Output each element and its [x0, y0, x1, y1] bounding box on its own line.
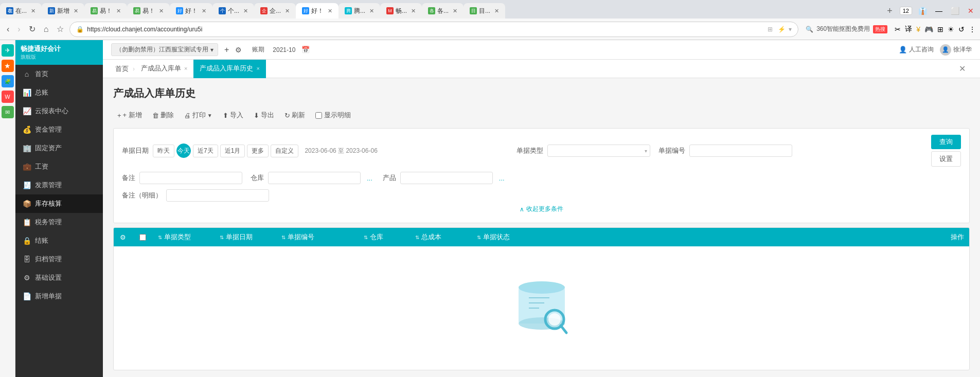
th-num[interactable]: ⇅ 单据编号 — [276, 232, 359, 242]
sidebar-item-tax[interactable]: 📋 税务管理 — [15, 213, 103, 231]
tab-2-close[interactable]: ✕ — [74, 8, 78, 14]
num-input[interactable] — [689, 145, 792, 157]
tab-count[interactable]: 12 — [900, 7, 912, 15]
gamepad-icon[interactable]: 🎮 — [924, 25, 933, 33]
tab-2[interactable]: 新 新增 ✕ — [42, 3, 84, 19]
tab-4-close[interactable]: ✕ — [159, 8, 164, 14]
tab-11-close[interactable]: ✕ — [453, 8, 457, 14]
note-detail-input[interactable] — [166, 189, 269, 202]
date-btn-yesterday[interactable]: 昨天 — [153, 145, 174, 157]
date-btn-today[interactable]: 今天 — [176, 143, 191, 158]
tab-12[interactable]: 目 目... ✕ — [464, 3, 505, 19]
select-all-checkbox[interactable] — [139, 234, 146, 241]
sidebar-item-ledger[interactable]: 📊 总账 — [15, 83, 103, 102]
translate-icon[interactable]: 译 — [905, 25, 912, 34]
tab-8-close[interactable]: ✕ — [328, 8, 332, 14]
th-date[interactable]: ⇅ 单据日期 — [215, 232, 276, 242]
undo-icon[interactable]: ↺ — [958, 25, 965, 33]
company-selector[interactable]: （勿删勿禁用）江西服宝测试专用 ▾ — [111, 43, 218, 56]
th-check[interactable] — [132, 234, 153, 241]
display-cols-checkbox[interactable] — [315, 112, 322, 119]
panel-close-btn[interactable]: ✕ — [953, 64, 972, 74]
sidebar-item-home[interactable]: ⌂ 首页 — [15, 65, 103, 83]
scissors-icon[interactable]: ✂ — [895, 25, 901, 33]
rail-icon-5[interactable]: ✉ — [2, 106, 14, 118]
refresh-btn-toolbar[interactable]: ↻ 刷新 — [280, 109, 309, 122]
window-minimize-btn[interactable]: — — [933, 7, 945, 15]
tab-product-list[interactable]: 产成品入库单 × — [135, 60, 193, 78]
url-dropdown-icon[interactable]: ▾ — [789, 26, 792, 33]
rail-icon-1[interactable]: ✈ — [2, 44, 14, 57]
import-btn[interactable]: ⬆ 导入 — [219, 109, 247, 122]
tab-9[interactable]: 腾 腾... ✕ — [338, 3, 380, 19]
th-cost[interactable]: ⇅ 总成本 — [410, 232, 472, 242]
tab-6[interactable]: 个 个... ✕ — [212, 3, 254, 19]
th-warehouse[interactable]: ⇅ 仓库 — [359, 232, 410, 242]
window-maximize-btn[interactable]: ⬜ — [949, 7, 961, 15]
bookmark-btn[interactable]: ☆ — [54, 23, 66, 35]
refresh-btn[interactable]: ↻ — [26, 23, 38, 35]
th-settings[interactable]: ⚙ — [114, 234, 132, 241]
forward-btn[interactable]: › — [15, 24, 23, 35]
rail-icon-4[interactable]: W — [2, 91, 14, 103]
url-box[interactable]: 🔒 https://cloud.chanjet.com/accounting/u… — [69, 22, 798, 37]
window-shirt-icon[interactable]: 👔 — [916, 7, 929, 15]
sidebar-item-archive[interactable]: 🗄 归档管理 — [15, 250, 103, 268]
sidebar-item-salary[interactable]: 💼 工资 — [15, 157, 103, 176]
tab-3-close[interactable]: ✕ — [116, 8, 121, 14]
sidebar-item-funds[interactable]: 💰 资金管理 — [15, 120, 103, 139]
tab-product-list-close[interactable]: × — [184, 65, 187, 71]
sidebar-item-invoice[interactable]: 🧾 发票管理 — [15, 176, 103, 194]
tab-product-history[interactable]: 产成品入库单历史 × — [193, 60, 265, 78]
window-close-btn[interactable]: ✕ — [966, 7, 976, 15]
search-btn[interactable]: 查询 — [931, 135, 961, 149]
note-input[interactable] — [139, 172, 242, 184]
sidebar-item-settings[interactable]: ⚙ 基础设置 — [15, 268, 103, 287]
tab-6-close[interactable]: ✕ — [243, 8, 248, 14]
rail-icon-2[interactable]: ★ — [2, 60, 14, 72]
tab-10-close[interactable]: ✕ — [411, 8, 416, 14]
sidebar-item-newbill[interactable]: 📄 新增单据 — [15, 287, 103, 306]
tab-3[interactable]: 易 易！ ✕ — [84, 3, 127, 19]
tab-new-btn[interactable]: + — [884, 6, 896, 16]
export-btn[interactable]: ⬇ 导出 — [250, 109, 278, 122]
user-avatar-btn[interactable]: 👤 徐泽华 — [940, 44, 972, 56]
add-btn[interactable]: + + 新增 — [113, 109, 146, 122]
date-btn-1month[interactable]: 近1月 — [220, 145, 245, 157]
th-type[interactable]: ⇅ 单据类型 — [153, 232, 215, 242]
tab-7-close[interactable]: ✕ — [285, 8, 290, 14]
grid2-icon[interactable]: ⊞ — [937, 25, 943, 33]
back-btn[interactable]: ‹ — [4, 24, 12, 35]
tab-10[interactable]: M 畅... ✕ — [380, 3, 422, 19]
brightness-icon[interactable]: ☀ — [948, 25, 954, 33]
warehouse-input[interactable] — [268, 172, 361, 184]
product-input[interactable] — [400, 172, 493, 184]
date-btn-7days[interactable]: 近7天 — [193, 145, 218, 157]
tab-1-close[interactable]: ✕ — [31, 8, 35, 14]
yuan-icon[interactable]: ¥ — [916, 25, 920, 33]
tab-1[interactable]: 在 在... ✕ — [0, 3, 42, 19]
display-cols-check[interactable]: 显示明细 — [315, 111, 351, 120]
th-status[interactable]: ⇅ 单据状态 — [472, 232, 533, 242]
home-btn[interactable]: ⌂ — [41, 24, 51, 35]
sidebar-item-reports[interactable]: 📈 云报表中心 — [15, 102, 103, 120]
tab-9-close[interactable]: ✕ — [369, 8, 374, 14]
rail-icon-3[interactable]: 🧩 — [2, 75, 14, 87]
tab-4[interactable]: 易 易！ ✕ — [127, 3, 170, 19]
delete-btn[interactable]: 🗑 删除 — [148, 109, 178, 122]
sidebar-item-inventory[interactable]: 📦 库存核算 — [15, 194, 103, 213]
calendar-icon[interactable]: 📅 — [301, 46, 310, 53]
type-select[interactable] — [547, 145, 650, 157]
tab-product-history-close[interactable]: × — [256, 65, 259, 71]
tab-8[interactable]: 好 好！ ✕ — [296, 3, 338, 19]
sidebar-item-fixed[interactable]: 🏢 固定资产 — [15, 139, 103, 157]
print-btn[interactable]: 🖨 打印 ▼ — [180, 109, 217, 122]
tab-11[interactable]: 各 各... ✕ — [422, 3, 464, 19]
date-btn-custom[interactable]: 自定义 — [271, 145, 298, 157]
more-icon[interactable]: ⋮ — [969, 25, 976, 33]
date-btn-more[interactable]: 更多 — [247, 145, 269, 157]
settings-set-btn[interactable]: 设置 — [931, 151, 961, 167]
product-dots[interactable]: ... — [497, 174, 507, 182]
collapse-btn[interactable]: ∧ 收起更多条件 — [122, 202, 961, 217]
tab-12-close[interactable]: ✕ — [494, 8, 499, 14]
